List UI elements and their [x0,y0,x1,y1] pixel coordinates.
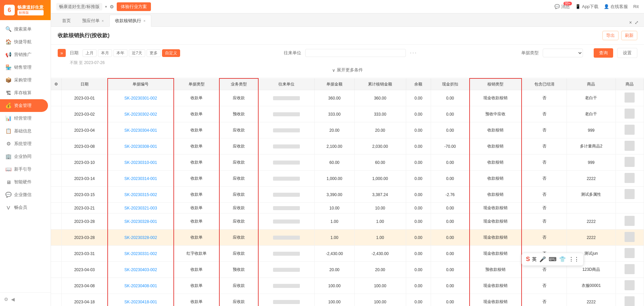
data-table: ⚙ 日期 单据编号 单据类型 业务类型 往来单位 单据金额 累计核销金额 余额 … [51,78,644,306]
unit-cell [258,90,315,106]
window-expand-icon[interactable]: ⤢ [635,20,639,25]
doc-no-link[interactable]: SK-20230328-001 [124,219,157,224]
watermark-logo: S [526,256,530,263]
sidebar-item-purchase[interactable]: 📦 采购管理 [0,74,51,86]
doc-no-link[interactable]: SK-20230418-001 [124,300,157,304]
sidebar-item-finance[interactable]: 💰 资金管理 [0,99,48,112]
collapse-icon[interactable]: ◀ [11,297,15,302]
this-year-btn[interactable]: 本年 [113,49,127,57]
settings-button[interactable]: 设置 [617,48,637,58]
th-amount: 单据金额 [315,78,355,90]
sidebar-item-basic[interactable]: 📋 基础信息 [0,125,51,137]
message-button[interactable]: 💬 消息 99+ [554,4,570,10]
purchase-icon: 📦 [5,77,11,83]
doc-no-link[interactable]: SK-20230302-002 [124,112,157,117]
table-container: ⚙ 日期 单据编号 单据类型 业务类型 往来单位 单据金额 累计核销金额 余额 … [51,78,644,306]
last-month-btn[interactable]: 上月 [83,49,97,57]
dropdown-arrow-icon[interactable]: ▾ [105,4,107,9]
doc-no-link[interactable]: SK-20230328-002 [124,235,157,240]
unit-cell [258,278,315,294]
online-service-button[interactable]: 👤 在线客服 [604,4,628,10]
doc-no-link[interactable]: SK-20230314-001 [124,176,157,181]
doc-no-link[interactable]: SK-20230315-002 [124,192,157,197]
sidebar-item-wechat[interactable]: 💬 企业微信 [0,188,51,201]
watermark-toolbar: S 英 🎤 ⌨ 👕 ⋮⋮ [522,253,584,266]
unit-cell [258,294,315,306]
topbar-gear-icon[interactable]: ⚙ [110,4,114,9]
sidebar-menu: 🔍 搜索菜单 🏠 快捷导航 📢 营销推广 🏪 销售管理 📦 采购管理 🏗 库存核… [0,20,51,292]
export-button[interactable]: 导出 [602,31,619,40]
unit-cell [258,171,315,187]
filter-toggle-button[interactable]: » [58,49,66,57]
doc-no-link[interactable]: SK-20230304-001 [124,128,157,133]
tab-bar: 首页 预应付单 × 收款核销执行 × × ⤢ [51,13,644,27]
watermark-mic-icon[interactable]: 🎤 [539,256,546,262]
operation-icon: 📊 [5,115,11,121]
sidebar: 6 畅康道好生意 标推版 🔍 搜索菜单 🏠 快捷导航 📢 营销推广 🏪 销售管理… [0,0,51,306]
watermark-shirt-icon[interactable]: 👕 [559,256,566,262]
tabs-actions: × ⤢ [629,20,639,26]
doc-no-link[interactable]: SK-20230308-001 [124,144,157,149]
doc-no-link[interactable]: SK-20230310-001 [124,160,157,165]
service-icon: 👤 [604,4,609,9]
filter-row: » 日期 上月 本月 本年 近7天 更多 自定义 往来单位 ··· 单据类型 查… [58,48,637,58]
wechat-icon: 💬 [5,192,11,198]
sidebar-item-marketing[interactable]: 📢 营销推广 [0,48,51,61]
query-button[interactable]: 查询 [594,48,613,58]
doc-no-link[interactable]: SK-20230408-001 [124,284,157,288]
sidebar-item-system[interactable]: ⚙ 系统管理 [0,137,51,150]
phone-icon: 📱 [575,4,581,9]
system-icon: ⚙ [5,141,11,147]
tab-prepay[interactable]: 预应付单 × [76,15,109,26]
window-close-icon[interactable]: × [629,20,632,25]
sidebar-item-shortcut[interactable]: 🏠 快捷导航 [0,36,51,48]
inventory-icon: 🏗 [5,90,11,96]
unit-cell [258,246,315,262]
settings-bottom-icon[interactable]: ⚙ [4,297,8,302]
unit-cell [258,203,315,213]
table-row: 2023-03-28SK-20230328-002收款单应收款1.001.000… [51,230,644,246]
this-month-btn[interactable]: 本月 [98,49,112,57]
app-download-button[interactable]: 📱 App下载 [575,4,598,10]
expand-more-button[interactable]: ∨ 展开更多条件 [332,67,363,73]
sidebar-item-enterprise[interactable]: 🏢 企业协同 [0,150,51,163]
tab-close-collection[interactable]: × [143,19,145,23]
th-date: 日期 [62,78,108,90]
th-doc-type: 单据类型 [174,78,219,90]
topbar-left: 畅康道好生意/标推版 ▾ ⚙ 体验行业方案 [56,2,549,11]
table-row: 2023-03-02SK-20230302-002收款单预收款333.00333… [51,106,644,122]
logo-text: 畅康道好生意 标推版 [17,5,44,16]
custom-date-btn[interactable]: 自定义 [162,49,180,57]
table-row: 2023-03-15SK-20230315-002收款单应收款3,390.003… [51,187,644,203]
sidebar-item-guide[interactable]: 📖 新手引导 [0,163,51,176]
unit-input[interactable] [305,49,406,57]
sidebar-item-inventory[interactable]: 🏗 库存核算 [0,86,51,99]
solution-button[interactable]: 体验行业方案 [117,2,151,11]
watermark-grid-icon[interactable]: ⋮⋮ [569,256,579,262]
goods-image-cell [615,278,644,294]
table-row: 2023-03-28SK-20230328-001收款单应收款1.001.000… [51,213,644,230]
sidebar-item-member[interactable]: V 畅会员 [0,201,51,214]
sidebar-item-hardware[interactable]: 🖥 智能硬件 [0,176,51,188]
tab-collection[interactable]: 收款核销执行 × [109,15,151,27]
tab-close-prepay[interactable]: × [102,19,104,23]
type-select[interactable] [543,49,583,57]
sidebar-item-operation[interactable]: 📊 经营管理 [0,112,51,125]
tab-home[interactable]: 首页 [56,15,76,26]
watermark-keyboard-icon[interactable]: ⌨ [549,256,556,262]
doc-no-link[interactable]: SK-20230403-002 [124,267,157,272]
more-date-btn[interactable]: 更多 [147,49,161,57]
doc-no-link[interactable]: SK-20230331-002 [124,251,157,256]
refresh-button[interactable]: 刷新 [621,31,637,40]
goods-image-cell [615,294,644,306]
table-row: 2023-03-08SK-20230308-001收款单应收款2,100.002… [51,138,644,155]
doc-no-link[interactable]: SK-20230301-002 [124,96,157,101]
guide-icon: 📖 [5,166,11,172]
last-7-days-btn[interactable]: 近7天 [129,49,145,57]
unit-cell [258,106,315,122]
goods-image-cell [615,122,644,138]
unit-more-icon[interactable]: ··· [410,50,417,56]
sidebar-item-sales[interactable]: 🏪 销售管理 [0,61,51,74]
doc-no-link[interactable]: SK-20230321-003 [124,206,157,210]
sidebar-item-search[interactable]: 🔍 搜索菜单 [0,23,51,36]
